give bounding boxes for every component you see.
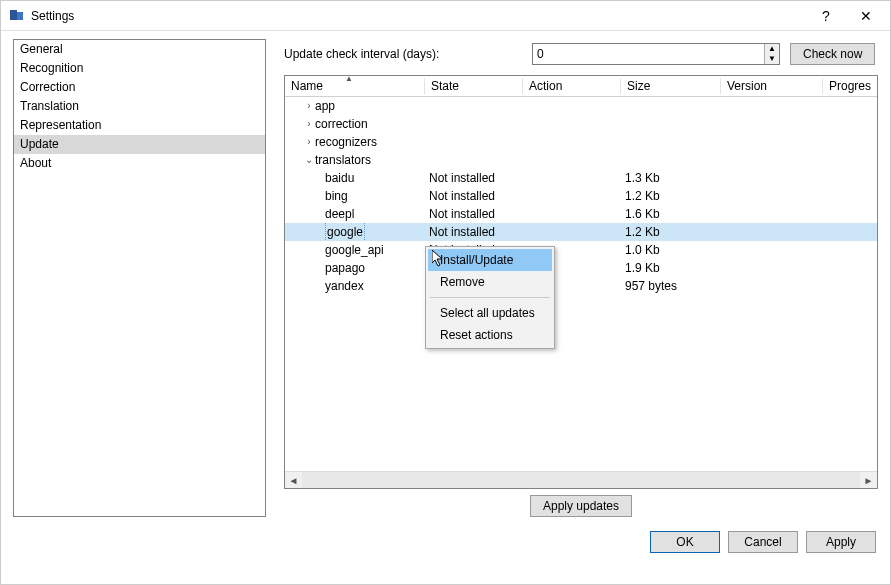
sidebar-item-representation[interactable]: Representation: [14, 116, 265, 135]
col-progress[interactable]: Progres: [823, 76, 877, 96]
titlebar: Settings ? ✕: [1, 1, 890, 31]
tree-node-app[interactable]: ›app: [285, 97, 877, 115]
svg-rect-0: [10, 10, 17, 20]
tree-row-bing[interactable]: bing Not installed 1.2 Kb: [285, 187, 877, 205]
col-version[interactable]: Version: [721, 76, 823, 96]
help-button[interactable]: ?: [806, 2, 846, 30]
menu-install-update[interactable]: Install/Update: [428, 249, 552, 271]
interval-label: Update check interval (days):: [284, 47, 532, 61]
ok-button[interactable]: OK: [650, 531, 720, 553]
apply-updates-button[interactable]: Apply updates: [530, 495, 632, 517]
tree-row-google[interactable]: google Not installed 1.2 Kb: [285, 223, 877, 241]
horizontal-scrollbar[interactable]: ◄ ►: [285, 471, 877, 488]
interval-input[interactable]: [533, 47, 764, 61]
spin-down-icon[interactable]: ▼: [765, 54, 779, 64]
chevron-right-icon[interactable]: ›: [303, 97, 315, 115]
sidebar-item-update[interactable]: Update: [14, 135, 265, 154]
dialog-buttons: OK Cancel Apply: [1, 521, 890, 563]
col-state[interactable]: State: [425, 76, 523, 96]
sidebar-item-about[interactable]: About: [14, 154, 265, 173]
tree-row-papago[interactable]: papago Not installed 1.9 Kb: [285, 259, 877, 277]
chevron-down-icon[interactable]: ⌄: [303, 151, 315, 169]
check-now-button[interactable]: Check now: [790, 43, 875, 65]
sort-indicator-icon: ▲: [345, 75, 353, 83]
cancel-button[interactable]: Cancel: [728, 531, 798, 553]
menu-reset-actions[interactable]: Reset actions: [428, 324, 552, 346]
tree-row-google-api[interactable]: google_api Not installed 1.0 Kb: [285, 241, 877, 259]
scroll-track[interactable]: [302, 472, 860, 488]
svg-rect-1: [17, 12, 23, 20]
tree-row-baidu[interactable]: baidu Not installed 1.3 Kb: [285, 169, 877, 187]
menu-remove[interactable]: Remove: [428, 271, 552, 293]
updates-tree: Name ▲ State Action Size Version Progres…: [284, 75, 878, 489]
col-name[interactable]: Name ▲: [285, 76, 425, 96]
menu-select-all-updates[interactable]: Select all updates: [428, 302, 552, 324]
scroll-right-icon[interactable]: ►: [860, 475, 877, 486]
apply-button[interactable]: Apply: [806, 531, 876, 553]
update-panel: Update check interval (days): ▲ ▼ Check …: [266, 39, 878, 517]
close-button[interactable]: ✕: [846, 2, 886, 30]
tree-header: Name ▲ State Action Size Version Progres: [285, 76, 877, 97]
sidebar-item-translation[interactable]: Translation: [14, 97, 265, 116]
menu-separator: [430, 297, 550, 298]
tree-node-translators[interactable]: ⌄translators: [285, 151, 877, 169]
sidebar-item-correction[interactable]: Correction: [14, 78, 265, 97]
sidebar-item-recognition[interactable]: Recognition: [14, 59, 265, 78]
spin-up-icon[interactable]: ▲: [765, 44, 779, 54]
settings-sidebar: General Recognition Correction Translati…: [13, 39, 266, 517]
tree-row-yandex[interactable]: yandex 957 bytes: [285, 277, 877, 295]
col-size[interactable]: Size: [621, 76, 721, 96]
tree-node-correction[interactable]: ›correction: [285, 115, 877, 133]
window-title: Settings: [31, 9, 74, 23]
tree-node-recognizers[interactable]: ›recognizers: [285, 133, 877, 151]
chevron-right-icon[interactable]: ›: [303, 133, 315, 151]
context-menu: Install/Update Remove Select all updates…: [425, 246, 555, 349]
scroll-left-icon[interactable]: ◄: [285, 475, 302, 486]
app-icon: [9, 8, 25, 24]
interval-spinner[interactable]: ▲ ▼: [532, 43, 780, 65]
col-action[interactable]: Action: [523, 76, 621, 96]
chevron-right-icon[interactable]: ›: [303, 115, 315, 133]
tree-row-deepl[interactable]: deepl Not installed 1.6 Kb: [285, 205, 877, 223]
sidebar-item-general[interactable]: General: [14, 40, 265, 59]
